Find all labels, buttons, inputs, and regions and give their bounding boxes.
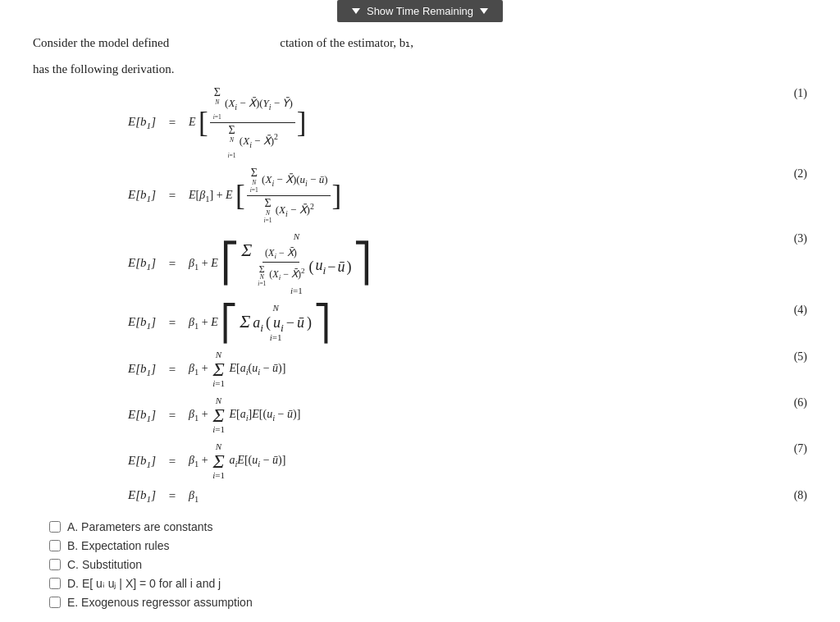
option-C-label: C. Substitution — [67, 558, 142, 571]
bracket-left: [ — [199, 108, 208, 137]
eq3-num: (3) — [794, 232, 807, 245]
option-B-label: B. Expectation rules — [67, 539, 170, 552]
eq8-rhs: β1 (8) — [189, 489, 807, 504]
banner-label: Show Time Remaining — [367, 5, 473, 17]
intro-paragraph: Consider the model defined ctation of th… — [33, 33, 807, 53]
option-A-label: A. Parameters are constants — [67, 520, 212, 533]
eq6-lhs: E[b1] — [82, 408, 156, 423]
eq3-equals: = — [156, 257, 189, 271]
eq2-equals: = — [156, 189, 189, 203]
option-D[interactable]: D. E[ uᵢ uⱼ | X] = 0 for all i and j — [49, 577, 807, 590]
eq1-equals: = — [156, 116, 189, 130]
equation-3: E[b1] = β1 + E ⎡ N Σ (Xi − X̄) — [82, 232, 807, 295]
eq2-rhs: E[β1] + E [ ΣNi=1 (Xi − X̄)(ui − ū) ΣNi=… — [189, 167, 807, 224]
eq1-lhs: E[b1] — [82, 115, 156, 130]
intro-line1-end: ctation of the estimator, b₁, — [280, 36, 413, 49]
checkbox-E[interactable] — [49, 597, 61, 608]
option-A[interactable]: A. Parameters are constants — [49, 520, 807, 533]
triangle-left-icon — [352, 8, 360, 14]
eq4-num: (4) — [794, 304, 807, 317]
checkbox-A[interactable] — [49, 521, 61, 533]
option-D-label: D. E[ uᵢ uⱼ | X] = 0 for all i and j — [67, 577, 221, 590]
eq5-equals: = — [156, 363, 189, 377]
eq1-rhs: E [ ΣNi=1 (Xi − X̄)(Yi − Ȳ) ΣNi=1 (Xi − … — [189, 87, 807, 159]
equation-7: E[b1] = β1 + N Σ i=1 aiE[(ui − ū)] (7) — [82, 442, 807, 480]
eq2-lhs: E[b1] — [82, 188, 156, 204]
equation-4: E[b1] = β1 + E ⎡ N Σ ai(ui − ū) i=1 ⎤ — [82, 304, 807, 342]
main-content: Consider the model defined ctation of th… — [0, 0, 840, 622]
intro-line2: has the following derivation. — [33, 59, 807, 79]
eq6-rhs: β1 + N Σ i=1 E[ai]E[(ui − ū)] (6) — [189, 396, 807, 434]
eq6-num: (6) — [794, 396, 807, 409]
eq8-lhs: E[b1] — [82, 488, 156, 504]
eq8-equals: = — [156, 489, 189, 503]
equation-6: E[b1] = β1 + N Σ i=1 E[ai]E[(ui − ū)] (6… — [82, 396, 807, 434]
answer-options: A. Parameters are constants B. Expectati… — [33, 520, 807, 609]
checkbox-B[interactable] — [49, 540, 61, 551]
eq4-equals: = — [156, 316, 189, 330]
checkbox-C[interactable] — [49, 559, 61, 570]
eq8-num: (8) — [794, 489, 807, 502]
eq4-lhs: E[b1] — [82, 315, 156, 331]
eq7-num: (7) — [794, 442, 807, 455]
equation-5: E[b1] = β1 + N Σ i=1 E[ai(ui − ū)] (5) — [82, 350, 807, 388]
intro-line1-start: Consider the model defined — [33, 36, 169, 49]
eq7-equals: = — [156, 455, 189, 469]
eq1-num: (1) — [794, 87, 807, 100]
option-E-label: E. Exogenous regressor assumption — [67, 596, 253, 609]
option-B[interactable]: B. Expectation rules — [49, 539, 807, 552]
math-derivation: E[b1] = E [ ΣNi=1 (Xi − X̄)(Yi − Ȳ) ΣNi=… — [33, 87, 807, 504]
eq5-lhs: E[b1] — [82, 362, 156, 377]
triangle-right-icon — [480, 8, 488, 14]
eq3-rhs: β1 + E ⎡ N Σ (Xi − X̄) ΣNi=1 — [189, 232, 807, 295]
eq6-equals: = — [156, 409, 189, 423]
show-time-banner[interactable]: Show Time Remaining — [337, 0, 503, 22]
checkbox-D[interactable] — [49, 578, 61, 589]
option-C[interactable]: C. Substitution — [49, 558, 807, 571]
eq3-lhs: E[b1] — [82, 256, 156, 272]
bracket-right: ] — [297, 108, 307, 137]
option-E[interactable]: E. Exogenous regressor assumption — [49, 596, 807, 609]
eq4-rhs: β1 + E ⎡ N Σ ai(ui − ū) i=1 ⎤ (4) — [189, 304, 807, 342]
eq7-rhs: β1 + N Σ i=1 aiE[(ui − ū)] (7) — [189, 442, 807, 480]
equation-1: E[b1] = E [ ΣNi=1 (Xi − X̄)(Yi − Ȳ) ΣNi=… — [82, 87, 807, 159]
equation-2: E[b1] = E[β1] + E [ ΣNi=1 (Xi − X̄)(ui −… — [82, 167, 807, 224]
equation-8: E[b1] = β1 (8) — [82, 488, 807, 504]
eq7-lhs: E[b1] — [82, 454, 156, 469]
eq5-num: (5) — [794, 350, 807, 364]
eq2-num: (2) — [794, 167, 807, 181]
eq5-rhs: β1 + N Σ i=1 E[ai(ui − ū)] (5) — [189, 350, 807, 388]
